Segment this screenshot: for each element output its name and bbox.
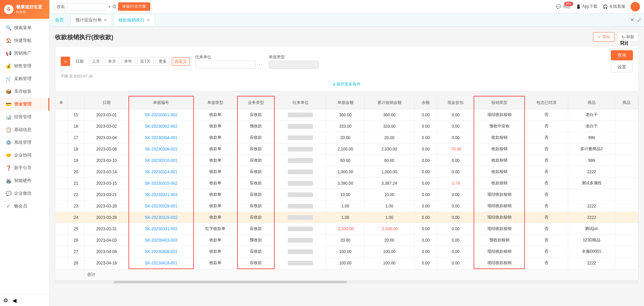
th-balance: 余额 (414, 96, 437, 109)
cell-include-settled: 否 (525, 155, 568, 166)
cell-bill-no: SK-20230315-002 (129, 178, 194, 189)
sidebar-item-hardware[interactable]: 🖨️ 智能硬件 (0, 174, 49, 187)
expand-window-icon[interactable]: ⤢ (637, 17, 641, 23)
th-include-settled: 包含已结清 (525, 96, 568, 109)
sidebar-item-enterprise[interactable]: 🤝 企业协同 (0, 149, 49, 162)
th-gear[interactable]: ⚙ (55, 96, 67, 109)
hardware-icon: 🖨️ (5, 178, 11, 184)
cell-biz-type: 应收款 (237, 257, 274, 269)
sidebar-item-basic[interactable]: 📋 基础信息 (0, 123, 49, 136)
cell-date: 2023-04-03 (85, 235, 129, 246)
cell-date: 2023-04-18 (85, 257, 129, 269)
sidebar-item-purchase[interactable]: 🛒 采购管理 (0, 72, 49, 85)
filter-date-last-month[interactable]: 上月 (89, 57, 103, 66)
cell-gear (55, 189, 67, 200)
bill-no-link[interactable]: SK-20230331-002 (145, 227, 177, 231)
phone-icon: 📱 (576, 4, 581, 9)
cell-balance: 0.00 (414, 246, 437, 257)
bill-no-link[interactable]: SK-20230408-001 (145, 249, 177, 254)
cell-include-settled: 否 (525, 257, 568, 269)
solution-button[interactable]: 体验行业方案 (118, 2, 150, 11)
cell-biz-type: 应收款 (237, 246, 274, 257)
cell-bill-no: SK-20230314-001 (129, 166, 194, 178)
sidebar-item-quicknav[interactable]: 🏠 快捷导航 (0, 34, 49, 47)
bill-no-link[interactable]: SK-20230328-002 (145, 215, 177, 220)
cell-bill-no: SK-20230302-002 (129, 121, 194, 132)
cell-goods: 123D商品 (568, 235, 615, 246)
filter-date-7days[interactable]: 近7天 (137, 57, 154, 66)
sidebar-item-wechat[interactable]: 💬 企业微信 (0, 187, 49, 200)
cell-gear (55, 166, 67, 178)
sidebar-item-member[interactable]: ✓ 畅会员 (0, 200, 49, 212)
tab-verify[interactable]: 收款核销执行 ✕ (113, 14, 155, 26)
sidebar-item-inventory[interactable]: 📦 库存核算 (0, 85, 49, 98)
cell-bill-type: 收款单 (194, 189, 237, 200)
cell-balance: 0.00 (414, 223, 437, 235)
cell-cash-discount: 0.00 (437, 223, 474, 235)
bill-no-link[interactable]: SK-20230310-001 (145, 158, 177, 163)
cell-bill-no: SK-20230321-003 (129, 189, 194, 200)
bill-no-link[interactable]: SK-20230321-003 (145, 192, 177, 197)
filter-toggle-button[interactable]: » (61, 57, 70, 66)
guide-icon: ❓ (5, 165, 11, 171)
sidebar-collapse-button[interactable]: ◀ (11, 297, 17, 303)
tab-prepay[interactable]: 预计应应付单 ✕ (70, 14, 112, 26)
bill-no-link[interactable]: SK-20230314-001 (145, 170, 177, 174)
settings-gear-icon[interactable]: ⚙ (112, 3, 117, 10)
tab-verify-close[interactable]: ✕ (147, 18, 150, 22)
user-avatar[interactable] (631, 2, 640, 11)
filter-date-more[interactable]: 更多 (156, 57, 170, 66)
cell-bill-amount: 333.00 (326, 121, 364, 132)
cell-verify-type: 现结收款核销 (474, 257, 525, 269)
messages-button[interactable]: 💬 消息 99+ (556, 4, 571, 9)
cell-bill-amount: 3,390.00 (326, 178, 364, 189)
tab-home[interactable]: 首页 (50, 14, 69, 26)
breadcrumb-dropdown-icon[interactable]: ▾ (109, 4, 111, 9)
tab-prepay-close[interactable]: ✕ (104, 18, 107, 22)
online-service-button[interactable]: 🎧 在线客服 (603, 4, 625, 9)
cell-goods2 (615, 178, 638, 189)
cell-goods2 (615, 189, 638, 200)
cell-goods: 999 (568, 155, 615, 166)
sidebar-item-system[interactable]: ⚙️ 系统管理 (0, 136, 49, 149)
bill-no-link[interactable]: SK-20230403-002 (145, 238, 177, 243)
sidebar-item-guide[interactable]: ❓ 新手引导 (0, 162, 49, 174)
bill-no-link[interactable]: SK-20230301-002 (145, 113, 177, 117)
filter-date-this-year[interactable]: 本年 (121, 57, 135, 66)
cell-partner: ██████ (274, 235, 326, 246)
sidebar-item-operation[interactable]: 📊 经营管理 (0, 111, 49, 123)
breadcrumb-search-input[interactable] (54, 3, 107, 10)
partner-filter-input[interactable] (195, 61, 256, 69)
bill-no-link[interactable]: SK-20230418-001 (145, 261, 177, 265)
bill-no-link[interactable]: SK-20230304-001 (145, 135, 177, 140)
export-button[interactable]: ↗ 导出 (593, 32, 614, 42)
cell-include-settled: 否 (525, 121, 568, 132)
message-icon: 💬 (556, 4, 561, 9)
close-window-icon[interactable]: ✕ (630, 17, 634, 23)
cell-gear (55, 246, 67, 257)
bill-type-select[interactable] (269, 61, 319, 69)
cell-date: 2023-03-15 (85, 178, 129, 189)
sidebar-item-search[interactable]: 🔍 搜索菜单 (0, 21, 49, 34)
filter-date-custom[interactable]: 自定义 (172, 57, 190, 66)
query-button[interactable]: 查询 (611, 50, 633, 60)
cell-biz-type: 应收款 (237, 155, 274, 166)
filter-settings-button[interactable]: 设置 (611, 62, 633, 72)
sidebar-item-finance[interactable]: 💳 资金管理 (0, 98, 49, 111)
cell-cash-discount: 0.00 (437, 246, 474, 257)
bill-no-link[interactable]: SK-20230328-001 (145, 204, 177, 208)
table-scrollbar[interactable] (55, 281, 638, 283)
sidebar-settings-button[interactable]: ⚙ (3, 297, 9, 303)
sidebar-item-marketing[interactable]: 📢 营销推广 (0, 47, 49, 60)
bill-no-link[interactable]: SK-20230315-002 (145, 181, 177, 186)
expand-conditions-button[interactable]: ▾ 展开更多条件 (61, 81, 633, 87)
bill-no-link[interactable]: SK-20230302-002 (145, 124, 177, 129)
sidebar-item-sales[interactable]: 💰 销售管理 (0, 60, 49, 72)
filter-date-this-month[interactable]: 本月 (105, 57, 119, 66)
bill-no-link[interactable]: SK-20230308-001 (145, 147, 177, 151)
cell-bill-type: 收款单 (194, 235, 237, 246)
table-row: 20 2023-03-14 SK-20230314-001 收款单 应收款 ██… (55, 166, 638, 178)
cell-cash-discount: 0.00 (437, 235, 474, 246)
app-download-button[interactable]: 📱 App下载 (576, 4, 597, 9)
headset-icon: 🎧 (603, 4, 608, 9)
